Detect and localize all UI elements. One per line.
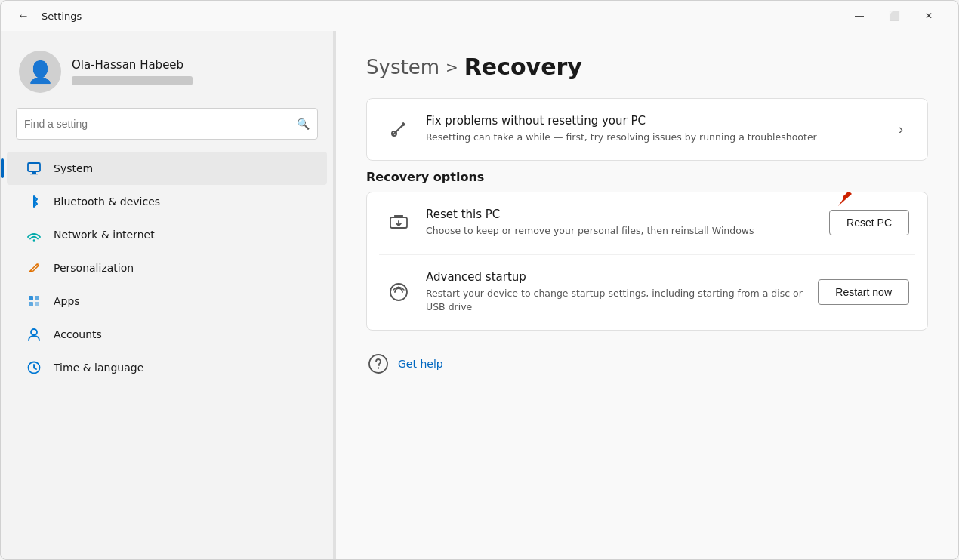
recovery-options-title: Recovery options (366, 170, 928, 184)
recovery-options-card: Reset this PC Choose to keep or remove y… (366, 192, 928, 331)
advanced-startup-row: Advanced startup Restart your device to … (367, 255, 927, 331)
search-box[interactable]: 🔍 (16, 108, 318, 140)
fix-problems-text: Fix problems without resetting your PC R… (426, 114, 879, 145)
sidebar-item-time-label: Time & language (54, 362, 143, 374)
sidebar-item-accounts-label: Accounts (54, 328, 102, 340)
sidebar-item-time[interactable]: Time & language (7, 351, 327, 384)
svg-rect-2 (30, 174, 38, 174)
sidebar-item-system-label: System (54, 162, 93, 174)
time-icon (25, 358, 43, 377)
breadcrumb-current: Recovery (464, 54, 582, 80)
titlebar: ← Settings — ⬜ ✕ (1, 1, 958, 31)
svg-rect-0 (28, 163, 40, 171)
bluetooth-icon (25, 192, 43, 211)
personalization-icon (25, 259, 43, 277)
get-help-row: Get help (366, 340, 928, 388)
reset-pc-title: Reset this PC (426, 208, 816, 221)
window-controls: — ⬜ ✕ (842, 4, 946, 28)
back-button[interactable]: ← (13, 6, 34, 26)
minimize-button[interactable]: — (842, 4, 877, 28)
svg-rect-8 (35, 302, 39, 306)
accounts-icon (25, 325, 43, 343)
wrench-icon (385, 115, 412, 143)
user-name: Ola-Hassan Habeeb (72, 58, 193, 72)
svg-point-3 (33, 239, 35, 242)
get-help-icon (366, 352, 390, 376)
svg-point-9 (31, 329, 37, 335)
fix-problems-chevron[interactable]: › (893, 118, 909, 140)
sidebar-item-personalization[interactable]: Personalization (7, 251, 327, 285)
svg-rect-1 (32, 172, 36, 174)
system-icon (25, 159, 43, 177)
svg-point-16 (369, 355, 387, 373)
apps-icon (25, 292, 43, 310)
breadcrumb: System > Recovery (366, 54, 928, 80)
fix-problems-desc: Resetting can take a while — first, try … (426, 131, 879, 145)
sidebar-item-apps[interactable]: Apps (7, 285, 327, 318)
sidebar-item-apps-label: Apps (54, 295, 80, 307)
user-subtitle-bar (72, 76, 193, 85)
close-button[interactable]: ✕ (911, 4, 946, 28)
svg-rect-7 (29, 302, 33, 306)
sidebar-item-network-label: Network & internet (54, 229, 155, 241)
sidebar: 👤 Ola-Hassan Habeeb 🔍 System (1, 31, 333, 559)
advanced-startup-desc: Restart your device to change startup se… (426, 287, 804, 315)
svg-rect-5 (29, 296, 33, 300)
search-input[interactable] (24, 118, 291, 130)
fix-problems-card[interactable]: Fix problems without resetting your PC R… (366, 98, 928, 161)
advanced-startup-title: Advanced startup (426, 270, 804, 284)
svg-point-14 (390, 284, 407, 300)
main-content: System > Recovery Fix problems without r… (336, 31, 958, 559)
reset-pc-action: Reset PC (829, 210, 909, 235)
svg-rect-6 (35, 296, 39, 300)
reset-pc-row: Reset this PC Choose to keep or remove y… (367, 192, 927, 254)
user-icon: 👤 (27, 60, 54, 85)
sidebar-item-personalization-label: Personalization (54, 262, 134, 274)
sidebar-nav: System Bluetooth & devices Network & int… (1, 152, 333, 384)
sidebar-item-accounts[interactable]: Accounts (7, 318, 327, 351)
maximize-button[interactable]: ⬜ (877, 4, 911, 28)
sidebar-item-system[interactable]: System (7, 152, 327, 185)
reset-pc-button[interactable]: Reset PC (829, 210, 909, 235)
breadcrumb-sep: > (446, 58, 458, 76)
breadcrumb-parent: System (366, 56, 439, 78)
fix-problems-action: › (893, 118, 909, 140)
user-section: 👤 Ola-Hassan Habeeb (1, 38, 333, 108)
settings-window: ← Settings — ⬜ ✕ 👤 Ola-Hassan Habeeb (0, 0, 959, 560)
sidebar-item-bluetooth-label: Bluetooth & devices (54, 195, 160, 208)
advanced-startup-action: Restart now (818, 279, 909, 305)
sidebar-item-network[interactable]: Network & internet (7, 218, 327, 251)
user-info: Ola-Hassan Habeeb (72, 58, 193, 85)
get-help-link[interactable]: Get help (398, 358, 443, 370)
titlebar-left: ← Settings (13, 6, 82, 26)
reset-icon (385, 209, 412, 236)
svg-point-17 (378, 367, 379, 368)
network-icon (25, 226, 43, 244)
sidebar-item-bluetooth[interactable]: Bluetooth & devices (7, 185, 327, 218)
advanced-icon (385, 278, 412, 306)
window-title: Settings (42, 11, 82, 22)
fix-problems-title: Fix problems without resetting your PC (426, 114, 879, 128)
content-area: 👤 Ola-Hassan Habeeb 🔍 System (1, 31, 958, 559)
reset-pc-text: Reset this PC Choose to keep or remove y… (426, 208, 816, 238)
search-icon: 🔍 (297, 118, 310, 130)
avatar: 👤 (19, 51, 61, 93)
advanced-startup-text: Advanced startup Restart your device to … (426, 270, 804, 315)
restart-now-button[interactable]: Restart now (818, 279, 909, 305)
reset-pc-desc: Choose to keep or remove your personal f… (426, 224, 816, 238)
fix-problems-row[interactable]: Fix problems without resetting your PC R… (367, 99, 927, 160)
svg-point-15 (398, 287, 400, 289)
